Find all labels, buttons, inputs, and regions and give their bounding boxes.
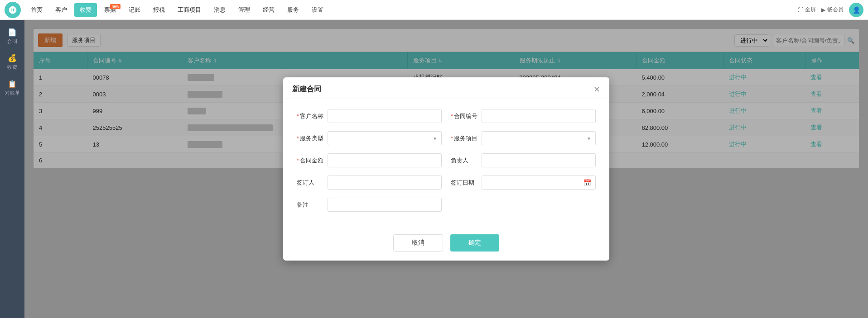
sign-date-wrapper: 2023-06-06 📅 xyxy=(482,176,596,190)
sidebar-fee-label: 收费 xyxy=(7,64,17,71)
form-row-5: 备注 xyxy=(297,198,596,212)
modal-overlay: 新建合同 ✕ *客户名称 xyxy=(24,20,868,318)
modal-footer: 取消 确定 xyxy=(283,227,609,261)
form-group-sign-date: 签订日期 2023-06-06 📅 xyxy=(451,176,596,190)
nav-manage[interactable]: 管理 xyxy=(233,3,256,17)
client-name-input[interactable] xyxy=(328,109,442,123)
statement-icon: 📋 xyxy=(8,80,17,88)
modal-header: 新建合同 ✕ xyxy=(283,77,609,99)
signer-input[interactable] xyxy=(328,176,442,190)
sign-date-label: 签订日期 xyxy=(451,179,478,187)
remarks-label: 备注 xyxy=(297,201,324,209)
sidebar-contract-label: 合同 xyxy=(7,38,17,45)
form-group-service-item: *服务项目 ▼ xyxy=(451,131,596,145)
nav-operate[interactable]: 经营 xyxy=(257,3,280,17)
form-group-amount: *合同金额 0.00 xyxy=(297,153,442,167)
form-group-service-type: *服务类型 ▼ xyxy=(297,131,442,145)
nav-service[interactable]: 服务 xyxy=(282,3,304,17)
nav-message[interactable]: 消息 xyxy=(208,3,231,17)
form-row-2: *服务类型 ▼ *服务项目 xyxy=(297,131,596,145)
new-contract-modal: 新建合同 ✕ *客户名称 xyxy=(283,77,609,261)
service-item-label: *服务项目 xyxy=(451,134,478,142)
main-container: 📄 合同 💰 收费 📋 对账单 新增 服务项目 进行中 已完成 已终止 xyxy=(0,20,868,318)
sidebar-item-fee[interactable]: 💰 收费 xyxy=(1,50,23,74)
form-group-remarks: 备注 xyxy=(297,198,442,212)
client-name-label: *客户名称 xyxy=(297,112,324,120)
app-logo xyxy=(5,2,21,18)
sidebar-item-statement[interactable]: 📋 对账单 xyxy=(1,76,23,100)
confirm-button[interactable]: 确定 xyxy=(450,234,499,252)
nav-ticket[interactable]: 票据 new xyxy=(99,3,121,17)
nav-settings[interactable]: 设置 xyxy=(306,3,329,17)
fee-icon: 💰 xyxy=(8,54,17,62)
amount-input[interactable]: 0.00 xyxy=(328,153,442,167)
nav-items: 首页 客户 收费 票据 new 记账 报税 工商项目 消息 管理 经营 服务 设… xyxy=(25,3,798,17)
form-group-contract-no: *合同编号 xyxy=(451,109,596,123)
remarks-input[interactable] xyxy=(328,198,442,212)
sidebar-statement-label: 对账单 xyxy=(5,90,20,96)
contract-no-input[interactable] xyxy=(482,109,596,123)
nav-tax[interactable]: 报税 xyxy=(148,3,170,17)
new-badge: new xyxy=(110,4,121,9)
nav-client[interactable]: 客户 xyxy=(50,3,72,17)
responsible-label: 负责人 xyxy=(451,157,478,165)
form-row-4: 签订人 签订日期 2023-06-06 📅 xyxy=(297,176,596,190)
responsible-input[interactable] xyxy=(482,153,596,167)
form-row-1: *客户名称 *合同编号 xyxy=(297,109,596,123)
form-group-client-name: *客户名称 xyxy=(297,109,442,123)
service-type-select[interactable] xyxy=(328,131,442,145)
service-item-wrapper: ▼ xyxy=(482,131,596,145)
fullscreen-button[interactable]: ⛶ 全屏 xyxy=(798,6,816,14)
sidebar-item-contract[interactable]: 📄 合同 xyxy=(1,24,23,48)
form-group-responsible: 负责人 xyxy=(451,153,596,167)
nav-home[interactable]: 首页 xyxy=(25,3,48,17)
modal-body: *客户名称 *合同编号 xyxy=(283,102,609,227)
calendar-icon[interactable]: 📅 xyxy=(583,179,591,186)
member-icon: ▶ xyxy=(821,7,825,13)
nav-account[interactable]: 记账 xyxy=(123,3,146,17)
form-row-3: *合同金额 0.00 负责人 xyxy=(297,153,596,167)
nav-invoice[interactable]: 收费 xyxy=(74,3,97,17)
top-navigation: 首页 客户 收费 票据 new 记账 报税 工商项目 消息 管理 经营 服务 设… xyxy=(0,0,868,20)
amount-label: *合同金额 xyxy=(297,157,324,165)
modal-close-button[interactable]: ✕ xyxy=(593,85,600,94)
modal-title: 新建合同 xyxy=(292,85,321,94)
service-item-select[interactable] xyxy=(482,131,596,145)
user-avatar[interactable]: 👤 xyxy=(849,3,863,17)
fullscreen-label: 全屏 xyxy=(805,6,816,14)
member-label: 畅会员 xyxy=(827,6,844,14)
contract-no-label: *合同编号 xyxy=(451,112,478,120)
nav-right: ⛶ 全屏 ▶ 畅会员 👤 xyxy=(798,3,863,17)
service-type-label: *服务类型 xyxy=(297,134,324,142)
signer-label: 签订人 xyxy=(297,179,324,187)
service-type-wrapper: ▼ xyxy=(328,131,442,145)
sign-date-input[interactable]: 2023-06-06 xyxy=(482,176,596,190)
content-area: 新增 服务项目 进行中 已完成 已终止 🔍 序号 合同编 xyxy=(24,20,868,318)
contract-icon: 📄 xyxy=(8,28,17,37)
nav-business[interactable]: 工商项目 xyxy=(172,3,207,17)
cancel-button[interactable]: 取消 xyxy=(393,234,443,252)
sidebar: 📄 合同 💰 收费 📋 对账单 xyxy=(0,20,24,318)
member-button[interactable]: ▶ 畅会员 xyxy=(821,6,844,14)
form-group-signer: 签订人 xyxy=(297,176,442,190)
fullscreen-icon: ⛶ xyxy=(798,7,803,13)
